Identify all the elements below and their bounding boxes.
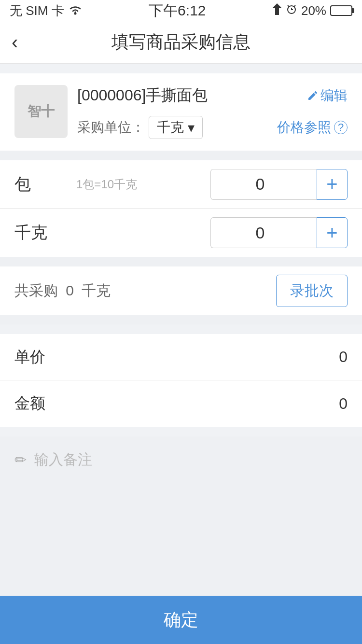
quantity-section: 包 1包=10千克 + 千克 + [0,160,362,257]
section-separator-1 [0,151,362,160]
section-separator-3 [0,315,362,324]
kg-label: 千克 [14,222,72,244]
help-icon: ? [334,121,348,134]
back-button[interactable]: ‹ [12,31,18,53]
price-ref-button[interactable]: 价格参照 ? [277,118,348,137]
kg-row: 千克 + [0,209,362,257]
amount-row: 金额 0 [0,380,362,427]
remark-section[interactable]: ✏ 输入备注 [0,436,362,483]
price-ref-label: 价格参照 [277,118,331,137]
unit-value: 千克 [157,118,184,137]
alarm-icon [286,3,297,18]
wifi-icon [68,3,83,18]
section-separator-2 [0,257,362,266]
status-left: 无 SIM 卡 [10,2,83,19]
edit-button[interactable]: 编辑 [307,86,348,105]
unit-price-value: 0 [339,348,348,366]
svg-point-0 [74,12,76,14]
nav-bar: ‹ 填写商品采购信息 [0,21,362,64]
bag-row: 包 1包=10千克 + [0,160,362,209]
confirm-bar[interactable]: 确定 [0,596,362,644]
battery-icon [330,5,352,16]
product-image: 智十 [14,85,68,138]
summary-text: 共采购 0 千克 [14,281,111,301]
pencil-icon: ✏ [14,451,27,468]
unit-price-label: 单价 [14,347,45,368]
price-section: 单价 0 金额 0 [0,334,362,427]
confirm-label: 确定 [164,608,198,632]
location-icon [272,3,282,18]
product-info: [0000006]手撕面包 编辑 采购单位： 千克 ▾ 价格参照 ? [77,85,348,139]
status-right: 20% [272,3,352,18]
bag-sub-label: 1包=10千克 [76,177,137,192]
bag-label: 包 [14,173,72,196]
product-card: 智十 [0000006]手撕面包 编辑 采购单位： 千克 ▾ 价格参照 ? [0,73,362,151]
status-bar: 无 SIM 卡 下午6:12 20% [0,0,362,21]
kg-plus-button[interactable]: + [317,217,348,248]
bag-plus-button[interactable]: + [317,169,348,200]
summary-row: 共采购 0 千克 录批次 [0,266,362,315]
batch-button[interactable]: 录批次 [276,275,348,307]
edit-label[interactable]: 编辑 [320,86,348,105]
kg-input[interactable] [210,217,317,248]
summary-unit: 千克 [82,282,111,298]
product-name: [0000006]手撕面包 [77,85,208,106]
product-logo: 智十 [28,102,55,121]
dropdown-icon: ▾ [188,120,195,136]
bag-input[interactable] [210,169,317,200]
remark-placeholder: 输入备注 [34,450,92,470]
summary-label: 共采购 [14,282,58,298]
unit-price-row: 单价 0 [0,334,362,380]
summary-value: 0 [66,282,74,298]
status-time: 下午6:12 [149,1,206,21]
unit-select[interactable]: 千克 ▾ [149,116,203,139]
nav-title: 填写商品采购信息 [111,30,251,54]
unit-label: 采购单位： [77,118,145,137]
amount-label: 金额 [14,393,45,414]
amount-value: 0 [339,395,348,413]
no-sim-label: 无 SIM 卡 [10,2,64,19]
battery-label: 20% [301,3,326,18]
